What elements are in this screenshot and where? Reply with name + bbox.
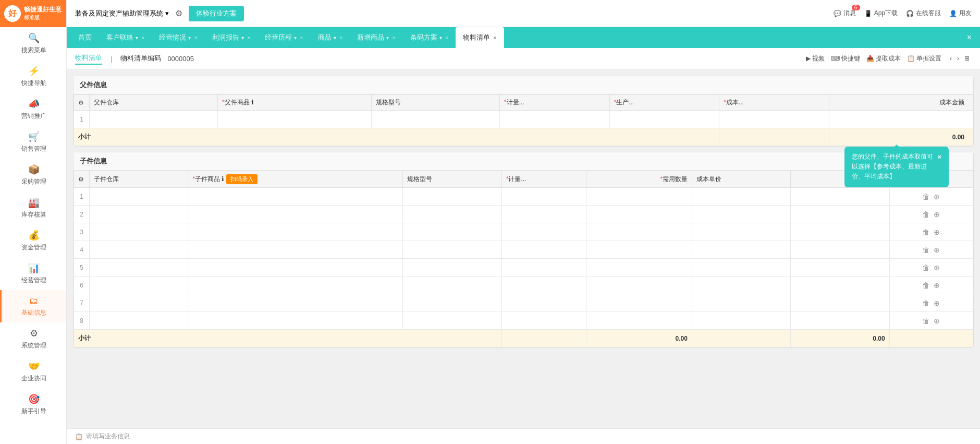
parent-production-cell[interactable] (609, 111, 719, 128)
child-warehouse-cell[interactable] (90, 188, 188, 206)
sidebar-item-inventory[interactable]: 🏭 库存核算 (0, 191, 66, 224)
app-download-action[interactable]: 📱 App下载 (864, 9, 898, 18)
prev-page-button[interactable]: ‹ (948, 54, 954, 63)
child-unit-cost-cell[interactable] (692, 188, 790, 206)
sidebar-item-guide[interactable]: 🎯 新手引导 (0, 388, 66, 421)
sidebar-item-system[interactable]: ⚙ 系统管理 (0, 322, 66, 355)
settings-icon[interactable]: ⚙ (175, 8, 182, 18)
basics-icon: 🗂 (29, 295, 39, 306)
delete-row-button[interactable]: 🗑 (921, 316, 930, 326)
search-icon: 🔍 (28, 32, 40, 44)
sidebar-item-finance[interactable]: 💰 资金管理 (0, 224, 66, 257)
quicknav-icon: ⚡ (28, 65, 40, 77)
sidebar-item-purchase[interactable]: 📦 采购管理 (0, 159, 66, 191)
tab-close-icon[interactable]: × (445, 34, 448, 41)
copy-row-button[interactable]: ⊕ (933, 262, 941, 273)
parent-section: 父件信息 ⚙ 父件仓库 *父件商品 ℹ 规格型号 *计量... *生产... *… (73, 76, 974, 147)
tab-profit[interactable]: 利润报告 ▾ × (205, 27, 258, 48)
child-col-settings[interactable]: ⚙ (74, 171, 90, 188)
tooltip-close-button[interactable]: × (937, 152, 941, 163)
delete-row-button[interactable]: 🗑 (921, 209, 930, 220)
tab-close-icon[interactable]: × (339, 34, 342, 41)
try-industry-button[interactable]: 体验行业方案 (189, 6, 244, 21)
sidebar-item-search[interactable]: 🔍 搜索菜单 (0, 27, 66, 60)
copy-row-button[interactable]: ⊕ (933, 245, 941, 255)
sidebar-item-basics[interactable]: 🗂 基础信息 (0, 290, 66, 322)
tab-history[interactable]: 经营历程 ▾ × (258, 27, 310, 48)
view-action[interactable]: ▶ 视频 (806, 54, 825, 63)
parent-unit-cell[interactable] (499, 111, 609, 128)
table-row: 3 🗑⊕ (74, 223, 973, 241)
system-title-selector[interactable]: 装备及固定资产辅助管理系统 ▾ (75, 9, 169, 18)
delete-row-button[interactable]: 🗑 (921, 245, 930, 255)
tab-close-icon[interactable]: × (392, 34, 395, 41)
tab-close-icon[interactable]: × (194, 34, 197, 41)
app-subtitle: 标准版 (24, 14, 62, 21)
parent-spec-cell[interactable] (371, 111, 499, 128)
sidebar-item-enterprise[interactable]: 🤝 企业协同 (0, 355, 66, 388)
parent-col-settings[interactable]: ⚙ (74, 95, 90, 111)
messages-action[interactable]: 💬 消息 6 (834, 9, 856, 18)
delete-row-button[interactable]: 🗑 (921, 280, 930, 291)
delete-row-button[interactable]: 🗑 (921, 191, 930, 202)
tab-close-icon[interactable]: × (300, 34, 303, 41)
sidebar-item-sales[interactable]: 🛒 销售管理 (0, 126, 66, 159)
download-icon: 📱 (864, 10, 872, 17)
tab-new-goods[interactable]: 新增商品 ▾ × (350, 27, 402, 48)
parent-col-cost: *成本... (719, 95, 829, 111)
tab-barcode[interactable]: 条码方案 ▾ × (403, 27, 456, 48)
nav-close-button[interactable]: × (963, 33, 976, 42)
scan-input-button[interactable]: 扫码录入 (226, 174, 258, 184)
sub-tab-bom-list[interactable]: 物料清单 (75, 52, 102, 65)
parent-section-title: 父件信息 (74, 76, 973, 94)
tab-goods[interactable]: 商品 ▾ × (311, 27, 350, 48)
grid-view-button[interactable]: ⊞ (962, 54, 972, 63)
tab-home[interactable]: 首页 (71, 27, 99, 48)
parent-product-cell[interactable] (217, 111, 371, 128)
copy-row-button[interactable]: ⊕ (933, 227, 941, 237)
child-col-spec: 规格型号 (403, 171, 501, 188)
copy-row-button[interactable]: ⊕ (933, 191, 941, 202)
child-col-product: *子件商品 ℹ 扫码录入 (188, 171, 403, 188)
next-page-button[interactable]: › (955, 54, 961, 63)
tab-profit-label: 利润报告 (212, 33, 239, 42)
delete-row-button[interactable]: 🗑 (921, 262, 930, 273)
single-settings-action[interactable]: 📋 单据设置 (907, 54, 941, 63)
table-row: 1 (74, 111, 973, 128)
sidebar-item-marketing[interactable]: 📣 营销推广 (0, 93, 66, 126)
delete-row-button[interactable]: 🗑 (921, 227, 930, 237)
tab-arrow-icon: ▾ (294, 35, 297, 41)
tab-customer[interactable]: 客户联络 ▾ × (99, 27, 152, 48)
online-service-action[interactable]: 🎧 在线客服 (906, 9, 941, 18)
user-action[interactable]: 👤 用友 (949, 9, 972, 18)
tab-business[interactable]: 经营情况 ▾ × (152, 27, 204, 48)
sub-header-right: ▶ 视频 ⌨ 快捷键 📥 提取成本 📋 单据设置 ‹ › ⊞ (806, 54, 972, 63)
copy-row-button[interactable]: ⊕ (933, 209, 941, 220)
tab-bom[interactable]: 物料清单 × (456, 27, 504, 48)
user-label: 用友 (959, 9, 972, 18)
child-unit-cell[interactable] (501, 188, 586, 206)
parent-cost-cell[interactable] (719, 111, 829, 128)
parent-warehouse-cell[interactable] (90, 111, 218, 128)
shortcut-action[interactable]: ⌨ 快捷键 (831, 54, 860, 63)
table-row: 2 🗑⊕ (74, 206, 973, 223)
copy-row-button[interactable]: ⊕ (933, 280, 941, 291)
tab-close-icon[interactable]: × (141, 34, 144, 41)
user-icon: 👤 (949, 10, 957, 17)
table-row: 5 🗑⊕ (74, 259, 973, 277)
tab-business-label: 经营情况 (159, 33, 186, 42)
parent-cost-amount-cell (829, 111, 973, 128)
marketing-icon: 📣 (28, 98, 40, 110)
child-spec-cell[interactable] (403, 188, 501, 206)
tab-close-icon[interactable]: × (493, 34, 496, 41)
delete-row-button[interactable]: 🗑 (921, 298, 930, 308)
tab-close-icon[interactable]: × (247, 34, 250, 41)
sidebar-item-operations[interactable]: 📊 经营管理 (0, 257, 66, 290)
child-product-cell[interactable] (188, 188, 403, 206)
extract-cost-action[interactable]: 📥 提取成本 (866, 54, 901, 63)
sub-tab-bom-code-label[interactable]: 物料清单编码 (120, 53, 161, 64)
sidebar-item-quicknav[interactable]: ⚡ 快捷导航 (0, 60, 66, 93)
copy-row-button[interactable]: ⊕ (933, 298, 941, 308)
child-qty-cell[interactable] (586, 188, 692, 206)
copy-row-button[interactable]: ⊕ (933, 316, 941, 326)
